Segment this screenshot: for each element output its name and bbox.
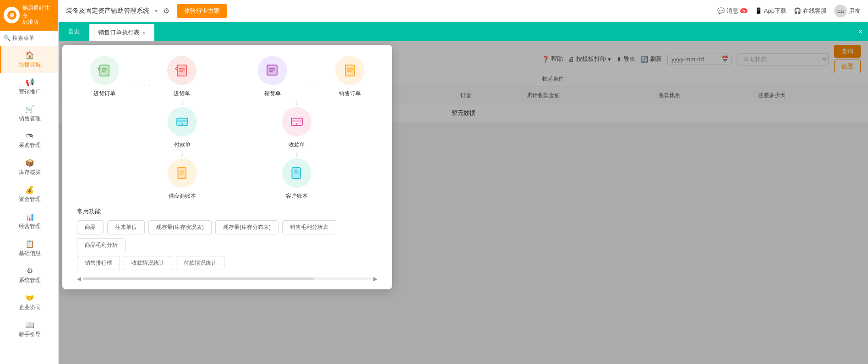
logo-area: 畅 畅康通好生意 标准版 <box>0 0 58 31</box>
logo-icon: 畅 <box>4 7 20 23</box>
sidebar-item-sales[interactable]: 🛒 销售管理 <box>0 100 58 127</box>
quick-popup: 进货订单 - - → <box>62 45 392 289</box>
user-menu[interactable]: Ea 用友 <box>834 5 861 17</box>
nav-icon-sales: 🛒 <box>25 105 34 114</box>
message-button[interactable]: 💬 消息 5 <box>717 7 748 15</box>
sidebar-item-purchase[interactable]: 🛍 采购管理 <box>0 127 58 154</box>
purchase-bill-icon <box>167 56 197 85</box>
customer-ledger-icon <box>282 158 311 188</box>
tab-close-icon[interactable]: × <box>142 30 145 35</box>
overlay[interactable]: 进货订单 - - → <box>59 41 868 364</box>
nav-icon-operation: 📊 <box>25 212 34 221</box>
common-btn-payment-stats[interactable]: 付款情况统计 <box>176 256 224 270</box>
svg-point-33 <box>295 169 297 171</box>
flow-node-supplier-ledger[interactable]: 供应商账本 <box>155 158 210 200</box>
download-icon: 📱 <box>755 7 762 14</box>
top-header: 装备及固定资产辅助管理系统 ▾ ⚙ 体验行业方案 💬 消息 5 📱 App下载 … <box>59 0 868 22</box>
flow-node-sales-order[interactable]: 销售订单 <box>323 56 377 98</box>
svg-rect-2 <box>100 65 109 76</box>
common-buttons-row-1: 商品 往来单位 现存量(库存状况表) 现存量(库存分布表) 销售毛利分析表 商品… <box>77 220 377 252</box>
scroll-thumb[interactable] <box>83 277 314 280</box>
sidebar-item-newbie[interactable]: 📖 新手引导 <box>0 316 58 343</box>
svg-text:¥: ¥ <box>295 122 298 126</box>
sidebar-item-system[interactable]: ⚙ 系统管理 <box>0 262 58 289</box>
service-icon: 🎧 <box>794 7 801 14</box>
tab-bar: 首页 销售订单执行表 × × <box>59 22 868 41</box>
message-icon: 💬 <box>717 7 725 14</box>
sidebar: 畅 畅康通好生意 标准版 🔍 搜索菜单 🏠 快捷导航 📢 营销推广 🛒 <box>0 0 59 364</box>
flow-node-purchase-order[interactable]: 进货订单 <box>77 56 131 98</box>
nav-icon-system: ⚙ <box>27 266 33 275</box>
try-solution-button[interactable]: 体验行业方案 <box>177 4 227 18</box>
svg-text:畅: 畅 <box>10 13 14 18</box>
search-icon: 🔍 <box>4 35 11 41</box>
header-right: 💬 消息 5 📱 App下载 🎧 在线客服 Ea 用友 <box>717 5 861 17</box>
settings-gear-icon[interactable]: ⚙ <box>163 6 169 15</box>
sidebar-nav: 🏠 快捷导航 📢 营销推广 🛒 销售管理 🛍 采购管理 📦 库存核算 💰 <box>0 46 58 364</box>
flow-node-payment[interactable]: ¥ 付款单 <box>155 107 210 149</box>
dropdown-arrow-icon[interactable]: ▾ <box>155 8 158 14</box>
nav-icon-inventory: 📦 <box>25 158 34 167</box>
nav-icon-finance: 💰 <box>25 185 34 194</box>
supplier-ledger-icon <box>168 158 197 188</box>
sales-order-icon <box>335 56 365 85</box>
payment-icon: ¥ <box>168 107 197 136</box>
sidebar-item-quick-nav[interactable]: 🏠 快捷导航 <box>0 46 58 73</box>
common-functions-section: 常用功能 商品 往来单位 现存量(库存状况表) 现存量(库存分布表) 销售毛利分… <box>77 207 377 270</box>
content-area: ❓ 帮助 🖨 按模板打印 ▾ ⬆ 导出 🔄 <box>59 41 868 364</box>
common-functions-title: 常用功能 <box>77 207 377 216</box>
main-content: 装备及固定资产辅助管理系统 ▾ ⚙ 体验行业方案 💬 消息 5 📱 App下载 … <box>59 0 868 364</box>
flow-diagram: 进货订单 - - → <box>77 56 377 200</box>
nav-icon-purchase: 🛍 <box>26 132 33 140</box>
message-badge: 5 <box>740 8 748 13</box>
tab-bar-close-icon[interactable]: × <box>858 27 863 36</box>
svg-rect-30 <box>291 168 293 178</box>
search-menu[interactable]: 🔍 搜索菜单 <box>0 31 58 46</box>
common-btn-goods-margin[interactable]: 商品毛利分析 <box>77 238 126 252</box>
svg-text:¥: ¥ <box>181 122 184 126</box>
sales-bill-icon <box>258 56 287 85</box>
online-service-button[interactable]: 🎧 在线客服 <box>794 7 827 15</box>
scroll-track <box>83 277 371 280</box>
svg-rect-6 <box>177 65 186 76</box>
svg-rect-25 <box>177 168 179 178</box>
nav-icon-newbie: 📖 <box>25 321 34 329</box>
flow-node-purchase-bill[interactable]: 进货单 <box>154 56 209 98</box>
system-title: 装备及固定资产辅助管理系统 <box>66 7 149 15</box>
common-btn-sales-rank[interactable]: 销售排行榜 <box>77 256 120 270</box>
purchase-order-icon <box>90 56 119 85</box>
common-btn-partners[interactable]: 往来单位 <box>107 220 145 234</box>
scroll-right-icon[interactable]: ▶ <box>373 276 377 282</box>
sidebar-item-marketing[interactable]: 📢 营销推广 <box>0 73 58 100</box>
user-avatar: Ea <box>834 5 847 17</box>
flow-node-receipt[interactable]: ¥ 收款单 <box>269 107 324 149</box>
common-btn-goods[interactable]: 商品 <box>77 220 104 234</box>
logo-text: 畅康通好生意 标准版 <box>22 5 55 26</box>
nav-icon-enterprise: 🤝 <box>25 293 34 302</box>
app-download-button[interactable]: 📱 App下载 <box>755 7 786 15</box>
common-buttons-row-2: 销售排行榜 收款情况统计 付款情况统计 <box>77 256 377 270</box>
common-btn-sales-margin[interactable]: 销售毛利分析表 <box>282 220 336 234</box>
sidebar-item-operation[interactable]: 📊 经营管理 <box>0 208 58 235</box>
nav-icon-basic: 📋 <box>25 239 34 248</box>
sidebar-item-finance[interactable]: 💰 资金管理 <box>0 181 58 208</box>
flow-node-customer-ledger[interactable]: 客户账本 <box>269 158 324 200</box>
sidebar-item-inventory[interactable]: 📦 库存核算 <box>0 154 58 181</box>
nav-icon-marketing: 📢 <box>25 78 34 87</box>
common-btn-receipt-stats[interactable]: 收款情况统计 <box>124 256 172 270</box>
flow-node-sales-bill[interactable]: 销货单 <box>246 56 300 98</box>
common-btn-stock-status[interactable]: 现存量(库存状况表) <box>148 220 212 234</box>
popup-scrollbar: ◀ ▶ <box>77 276 377 282</box>
tab-sales-order-exec[interactable]: 销售订单执行表 × <box>89 24 154 41</box>
receipt-icon: ¥ <box>282 107 311 136</box>
scroll-left-icon[interactable]: ◀ <box>77 276 81 282</box>
sidebar-item-enterprise[interactable]: 🤝 企业协同 <box>0 289 58 316</box>
svg-rect-14 <box>345 65 355 76</box>
common-btn-stock-dist[interactable]: 现存量(库存分布表) <box>215 220 278 234</box>
tab-home[interactable]: 首页 <box>59 23 89 40</box>
nav-icon-quick: 🏠 <box>25 51 34 60</box>
sidebar-item-basic[interactable]: 📋 基础信息 <box>0 235 58 262</box>
